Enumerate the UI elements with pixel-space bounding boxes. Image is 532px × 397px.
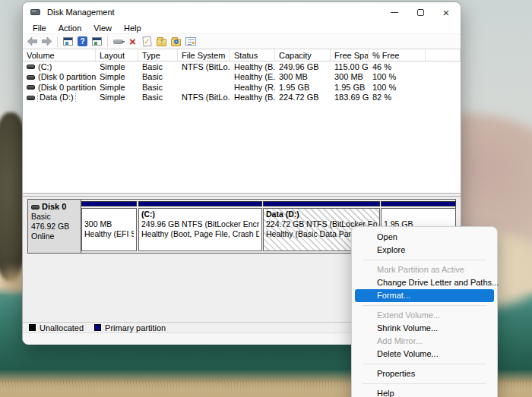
properties-sheet-icon[interactable] xyxy=(185,36,196,47)
maximize-icon xyxy=(417,9,424,16)
folder-open-up-icon[interactable]: ↑ xyxy=(156,36,167,47)
console-window-icon[interactable] xyxy=(62,36,74,47)
disk-type: Basic xyxy=(31,212,78,222)
disk-status: Online xyxy=(31,232,78,241)
volume-icon xyxy=(27,85,35,90)
partition-color-bar xyxy=(381,201,456,206)
table-row-data-d[interactable]: Data (D:) Simple Basic NTFS (BitLo... He… xyxy=(23,93,461,102)
partition-color-bar xyxy=(138,201,262,206)
folder-explore-icon[interactable] xyxy=(170,36,182,47)
volume-icon xyxy=(27,96,35,100)
header-capacity[interactable]: Capacity xyxy=(275,49,331,61)
partition-efi[interactable]: 300 MB Healthy (EFI Sy: xyxy=(81,201,137,251)
disk0-info-panel[interactable]: Disk 0 Basic 476.92 GB Online xyxy=(28,200,81,253)
disk-name: Disk 0 xyxy=(42,202,66,212)
minimize-icon xyxy=(391,12,398,13)
volume-name: (Disk 0 partition 5) xyxy=(38,83,96,93)
help-icon[interactable]: ? xyxy=(77,36,88,47)
menu-item-extend-volume: Extend Volume... xyxy=(355,309,494,322)
menu-separator xyxy=(363,260,486,260)
menu-item-open[interactable]: Open xyxy=(355,231,494,244)
volume-list-pane: Volume Layout Type File System Status Ca… xyxy=(23,49,461,193)
menu-help[interactable]: Help xyxy=(118,23,147,33)
table-row-partition1[interactable]: (Disk 0 partition 1) Simple Basic Health… xyxy=(23,72,461,82)
header-type[interactable]: Type xyxy=(138,49,178,61)
table-row-partition5[interactable]: (Disk 0 partition 5) Simple Basic Health… xyxy=(23,83,461,93)
back-arrow-icon[interactable] xyxy=(27,36,38,47)
window-title: Disk Management xyxy=(47,8,115,17)
header-free-space[interactable]: Free Spa... xyxy=(331,49,369,61)
header-file-system[interactable]: File System xyxy=(178,49,230,61)
partition-color-bar xyxy=(263,201,380,206)
menu-item-mark-partition-active: Mark Partition as Active xyxy=(355,263,494,276)
menu-separator xyxy=(363,383,486,384)
volume-icon xyxy=(27,75,35,80)
partition-c[interactable]: (C:) 249.96 GB NTFS (BitLocker Encrypted… xyxy=(138,201,262,251)
disk-icon xyxy=(31,205,40,210)
export-list-window-icon[interactable] xyxy=(91,36,103,47)
menu-item-shrink-volume[interactable]: Shrink Volume... xyxy=(355,322,494,335)
menu-item-format[interactable]: Format... xyxy=(355,289,494,302)
legend-primary-partition: Primary partition xyxy=(94,323,166,332)
menu-item-properties[interactable]: Properties xyxy=(355,367,494,380)
header-filler xyxy=(426,49,461,61)
volume-name: (C:) xyxy=(38,62,52,72)
minimize-button[interactable] xyxy=(382,2,407,22)
menu-bar: File Action View Help xyxy=(23,22,461,33)
header-layout[interactable]: Layout xyxy=(96,49,138,61)
menu-item-add-mirror: Add Mirror... xyxy=(355,335,494,348)
header-percent-free[interactable]: % Free xyxy=(369,49,426,61)
desktop-wallpaper: Disk Management × File Action View Help … xyxy=(0,0,532,397)
close-button[interactable]: × xyxy=(433,2,459,22)
menu-separator xyxy=(363,364,486,364)
legend-unallocated: Unallocated xyxy=(29,323,84,332)
primary-partition-swatch xyxy=(94,324,101,331)
header-volume[interactable]: Volume xyxy=(23,49,96,61)
delete-x-icon[interactable]: × xyxy=(127,36,138,47)
menu-item-help[interactable]: Help xyxy=(355,387,494,397)
partition-color-bar xyxy=(81,201,137,206)
menu-file[interactable]: File xyxy=(27,23,52,33)
volume-name: Data (D:) xyxy=(38,93,75,102)
volume-name: (Disk 0 partition 1) xyxy=(38,72,96,82)
check-page-icon[interactable]: ✓ xyxy=(141,36,153,47)
menu-view[interactable]: View xyxy=(87,23,118,33)
probe-tool-icon[interactable] xyxy=(112,36,124,47)
titlebar[interactable]: Disk Management × xyxy=(23,2,461,22)
volume-icon xyxy=(27,65,35,69)
header-status[interactable]: Status xyxy=(230,49,275,61)
menu-item-change-drive-letter[interactable]: Change Drive Letter and Paths... xyxy=(355,276,494,289)
maximize-button[interactable] xyxy=(407,2,433,22)
toolbar-separator xyxy=(57,36,58,47)
volume-table-header: Volume Layout Type File System Status Ca… xyxy=(23,49,461,61)
table-row-c[interactable]: (C:) Simple Basic NTFS (BitLo... Healthy… xyxy=(23,62,461,72)
menu-separator xyxy=(363,305,486,306)
toolbar-separator xyxy=(107,36,108,47)
menu-item-delete-volume[interactable]: Delete Volume... xyxy=(355,348,494,361)
disk-management-app-icon xyxy=(30,8,41,17)
menu-item-explore[interactable]: Explore xyxy=(355,244,494,257)
disk-size: 476.92 GB xyxy=(31,222,78,232)
toolbar: ? × ✓ ↑ xyxy=(23,33,461,49)
close-icon: × xyxy=(443,7,450,18)
forward-arrow-icon[interactable] xyxy=(41,36,52,47)
context-menu: Open Explore Mark Partition as Active Ch… xyxy=(351,226,498,397)
unallocated-swatch xyxy=(29,324,36,331)
menu-action[interactable]: Action xyxy=(52,23,88,33)
